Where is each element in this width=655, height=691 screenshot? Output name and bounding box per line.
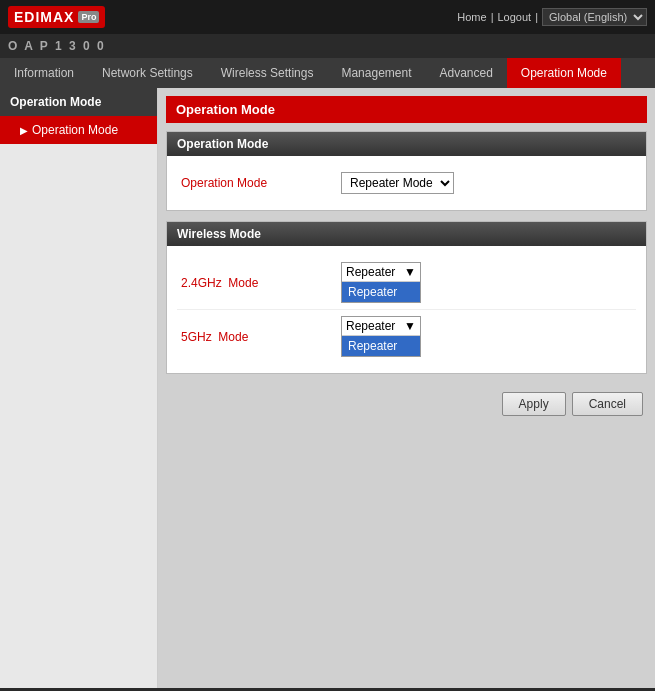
nav-item-wireless-settings[interactable]: Wireless Settings [207,58,328,88]
top-links: Home | Logout | Global (English) 中文 日本語 [457,8,647,26]
logo-pro: Pro [78,11,99,23]
button-row: Apply Cancel [166,384,647,424]
5ghz-mode-control: Repeater ▼ Repeater [341,316,632,357]
device-name: O A P 1 3 0 0 [8,39,106,53]
logo-area: EDIMAX Pro [8,6,105,28]
5ghz-option-repeater[interactable]: Repeater [342,336,420,356]
sidebar-item-label: Operation Mode [32,123,118,137]
page-title: Operation Mode [166,96,647,123]
5ghz-selected-value: Repeater [346,319,395,333]
operation-mode-select[interactable]: Repeater Mode AP Mode Client Mode [341,172,454,194]
24ghz-dropdown-header[interactable]: Repeater ▼ [342,263,420,282]
operation-mode-label: Operation Mode [181,176,341,190]
operation-mode-control: Repeater Mode AP Mode Client Mode [341,172,632,194]
cancel-button[interactable]: Cancel [572,392,643,416]
logo-box: EDIMAX Pro [8,6,105,28]
content-area: Operation Mode Operation Mode Operation … [158,88,655,688]
main-layout: Operation Mode ▶ Operation Mode Operatio… [0,88,655,688]
operation-mode-section-body: Operation Mode Repeater Mode AP Mode Cli… [167,156,646,210]
nav-item-operation-mode[interactable]: Operation Mode [507,58,621,88]
5ghz-dropdown-header[interactable]: Repeater ▼ [342,317,420,336]
top-bar: EDIMAX Pro Home | Logout | Global (Engli… [0,0,655,34]
sidebar-header: Operation Mode [0,88,157,116]
wireless-mode-section: Wireless Mode 2.4GHz Mode Repeater ▼ [166,221,647,374]
24ghz-mode-link[interactable]: 2.4GHz Mode [181,276,258,290]
operation-mode-section: Operation Mode Operation Mode Repeater M… [166,131,647,211]
nav-item-information[interactable]: Information [0,58,88,88]
24ghz-selected-value: Repeater [346,265,395,279]
device-name-bar: O A P 1 3 0 0 [0,34,655,58]
24ghz-dropdown[interactable]: Repeater ▼ Repeater [341,262,421,303]
5ghz-mode-row: 5GHz Mode Repeater ▼ Repeater [177,310,636,363]
logout-link[interactable]: Logout [497,11,531,23]
5ghz-mode-link[interactable]: 5GHz Mode [181,330,248,344]
apply-button[interactable]: Apply [502,392,566,416]
logo-text: EDIMAX [14,9,74,25]
operation-mode-link[interactable]: Operation Mode [181,176,267,190]
24ghz-dropdown-wrapper: Repeater ▼ Repeater [341,262,421,303]
arrow-icon: ▶ [20,125,28,136]
24ghz-mode-control: Repeater ▼ Repeater [341,262,632,303]
sidebar: Operation Mode ▶ Operation Mode [0,88,158,688]
wireless-mode-section-header: Wireless Mode [167,222,646,246]
language-select[interactable]: Global (English) 中文 日本語 [542,8,647,26]
24ghz-mode-row: 2.4GHz Mode Repeater ▼ Repeater [177,256,636,310]
home-link[interactable]: Home [457,11,486,23]
nav-item-advanced[interactable]: Advanced [425,58,506,88]
nav-menu: InformationNetwork SettingsWireless Sett… [0,58,655,88]
separator1: | [491,11,494,23]
24ghz-option-repeater[interactable]: Repeater [342,282,420,302]
operation-mode-row: Operation Mode Repeater Mode AP Mode Cli… [177,166,636,200]
nav-item-management[interactable]: Management [327,58,425,88]
operation-mode-section-header: Operation Mode [167,132,646,156]
5ghz-mode-label: 5GHz Mode [181,330,341,344]
wireless-mode-section-body: 2.4GHz Mode Repeater ▼ Repeater [167,246,646,373]
nav-item-network-settings[interactable]: Network Settings [88,58,207,88]
24ghz-mode-label: 2.4GHz Mode [181,276,341,290]
5ghz-dropdown[interactable]: Repeater ▼ Repeater [341,316,421,357]
dropdown-arrow-icon: ▼ [404,265,416,279]
5ghz-dropdown-arrow-icon: ▼ [404,319,416,333]
5ghz-dropdown-wrapper: Repeater ▼ Repeater [341,316,421,357]
sidebar-item-operation-mode[interactable]: ▶ Operation Mode [0,116,157,144]
separator2: | [535,11,538,23]
